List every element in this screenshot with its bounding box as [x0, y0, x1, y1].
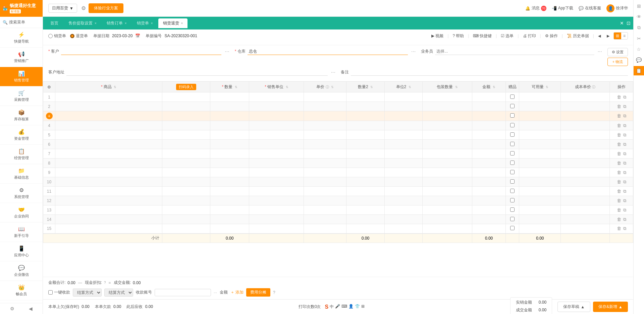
copy-icon[interactable]: ⧉ [623, 132, 626, 138]
product-cell-3[interactable] [55, 111, 162, 121]
delete-icon[interactable]: 🗑 [617, 189, 621, 194]
copy-icon[interactable]: ⧉ [623, 161, 626, 166]
gift-checkbox-1[interactable] [510, 95, 515, 99]
delete-icon[interactable]: 🗑 [617, 207, 621, 213]
delete-icon[interactable]: 🗑 [617, 142, 621, 147]
sidebar-item-operations[interactable]: 📋 经营管理 [0, 145, 43, 164]
sidebar-item-enterprise-wechat[interactable]: 💬 企业微信 [0, 261, 43, 281]
message-btn[interactable]: 🔔 消息 70 [525, 5, 546, 11]
radio-sales-return[interactable]: 退货单 [70, 33, 88, 39]
video-btn[interactable]: ▶ 视频 [429, 33, 445, 40]
warehouse-dots[interactable]: ··· [411, 49, 416, 55]
delete-icon-1[interactable]: 🗑 [617, 95, 621, 100]
sidebar-item-member[interactable]: 👑 畅会员 [0, 281, 43, 300]
one-click-collect-input[interactable] [48, 290, 53, 295]
add-row-btn[interactable]: + [46, 113, 53, 119]
delete-icon[interactable]: 🗑 [617, 179, 621, 185]
remark-input[interactable] [351, 69, 628, 76]
copy-icon[interactable]: ⧉ [623, 226, 626, 231]
copy-icon[interactable]: ⧉ [623, 151, 626, 156]
print-btn[interactable]: 🖨 打印 [521, 33, 538, 40]
delete-icon[interactable]: 🗑 [617, 198, 621, 203]
right-panel-chat[interactable]: 💬 [634, 55, 644, 65]
col-sales-unit-sort[interactable]: ⇅ [286, 85, 288, 89]
col-qty2-sort[interactable]: ⇅ [370, 85, 373, 89]
salesperson-dots[interactable]: ··· [598, 49, 602, 55]
split-btn[interactable]: 费用分摊 [246, 288, 270, 297]
tab-home[interactable]: 首页 [46, 18, 63, 28]
delete-icon-3[interactable]: 🗑 [617, 113, 621, 119]
customer-input[interactable] [61, 48, 221, 55]
history-btn[interactable]: 📜 历史单据 [565, 33, 591, 40]
collapse-icon[interactable]: ◀ [29, 306, 33, 311]
cash-discount-info[interactable]: ? [104, 281, 106, 285]
salesperson-input[interactable] [435, 48, 594, 55]
payment-method-select[interactable]: 结算方式 [104, 289, 133, 297]
qty-cell-3[interactable] [210, 111, 249, 121]
gift-checkbox-2[interactable] [510, 104, 515, 108]
right-panel-star[interactable]: ☆ [635, 45, 643, 54]
save-draft-btn[interactable]: 保存草稿 ▲ [557, 302, 590, 312]
settings-action-btn[interactable]: ⚙ 设置 [607, 48, 628, 56]
col-available-sort[interactable]: ⇅ [546, 85, 548, 89]
delete-icon[interactable]: 🗑 [617, 123, 621, 128]
col-product-sort[interactable]: ⇅ [114, 85, 116, 89]
delete-icon[interactable]: 🗑 [617, 151, 621, 156]
right-panel-scissors[interactable]: ✂ [635, 34, 643, 43]
address-input[interactable] [66, 69, 328, 76]
tab-sales-order[interactable]: 销售订单 × [102, 18, 131, 28]
copy-icon[interactable]: ⧉ [623, 207, 626, 213]
account-dots[interactable]: ··· [214, 290, 217, 295]
gift-cell-1[interactable] [506, 92, 519, 102]
cost-price-info-icon[interactable]: ⓘ [592, 85, 595, 89]
grid-view-btn[interactable]: ⊞ [614, 33, 621, 39]
maximize-icon[interactable]: ⊡ [627, 20, 631, 26]
shortcut-btn[interactable]: ⌨ 快捷键 [471, 33, 494, 40]
experience-btn[interactable]: 体验行业方案 [89, 3, 123, 13]
tab-sales-delivery[interactable]: 销货单 × [132, 18, 158, 28]
calendar-icon[interactable]: 📅 [135, 34, 140, 38]
tab-price-settings[interactable]: 售价提取设置 × [64, 18, 101, 28]
tab-sales-return-close[interactable]: × [181, 21, 183, 25]
col-unit-price-sort[interactable]: ⇅ [331, 85, 334, 89]
gift-checkbox-3[interactable] [510, 113, 515, 118]
delete-icon[interactable]: 🗑 [617, 170, 621, 175]
sidebar-item-app-center[interactable]: 📱 应用中心 [0, 242, 43, 261]
gift-cell-3[interactable] [506, 111, 519, 121]
sidebar-item-guide[interactable]: 📖 新手引导 [0, 223, 43, 242]
copy-icon[interactable]: ⧉ [623, 170, 626, 175]
dropdown-arrow-new[interactable]: ▲ [619, 305, 623, 309]
customer-dots[interactable]: ··· [225, 49, 229, 55]
radio-sales-delivery-input[interactable] [48, 34, 53, 38]
product-cell-1[interactable] [55, 92, 162, 102]
close-all-tabs-icon[interactable]: ✕ [620, 20, 624, 26]
list-view-btn[interactable]: ≡ [621, 33, 628, 39]
address-dots[interactable]: ··· [331, 69, 335, 75]
col-unit2-sort[interactable]: ⇅ [409, 85, 411, 89]
delete-icon[interactable]: 🗑 [617, 132, 621, 138]
sidebar-item-sales[interactable]: 📊 销售管理 [0, 67, 43, 86]
app-download-btn[interactable]: 📲 App下载 [552, 5, 573, 11]
sidebar-item-purchase[interactable]: 🛒 采购管理 [0, 86, 43, 106]
radio-sales-return-input[interactable] [70, 34, 74, 38]
copy-icon[interactable]: ⧉ [623, 142, 626, 147]
logistics-action-btn[interactable]: + 物流 [607, 58, 628, 66]
product-cell-2[interactable] [55, 102, 162, 111]
dropdown-arrow[interactable]: ▲ [581, 305, 585, 309]
delete-icon-2[interactable]: 🗑 [617, 104, 621, 109]
copy-icon-2[interactable]: ⧉ [623, 104, 626, 109]
sidebar-item-inventory[interactable]: 📦 库存核算 [0, 106, 43, 125]
col-pack-qty-sort[interactable]: ⇅ [455, 85, 458, 89]
col-settings[interactable]: ⚙ [43, 82, 55, 92]
copy-icon[interactable]: ⧉ [623, 198, 626, 203]
save-new-btn[interactable]: 保存&新增 ▲ [593, 302, 628, 312]
delete-icon[interactable]: 🗑 [617, 217, 621, 222]
copy-icon[interactable]: ⧉ [623, 217, 626, 222]
gift-cell-2[interactable] [506, 102, 519, 111]
qty-cell-2[interactable] [210, 102, 249, 111]
operate-btn[interactable]: ⚙ 操作 [543, 33, 560, 40]
account-input[interactable] [155, 289, 211, 296]
product-input-3[interactable] [57, 114, 160, 118]
copy-icon[interactable]: ⧉ [623, 189, 626, 194]
sidebar-item-system[interactable]: ⚙ 系统管理 [0, 184, 43, 203]
